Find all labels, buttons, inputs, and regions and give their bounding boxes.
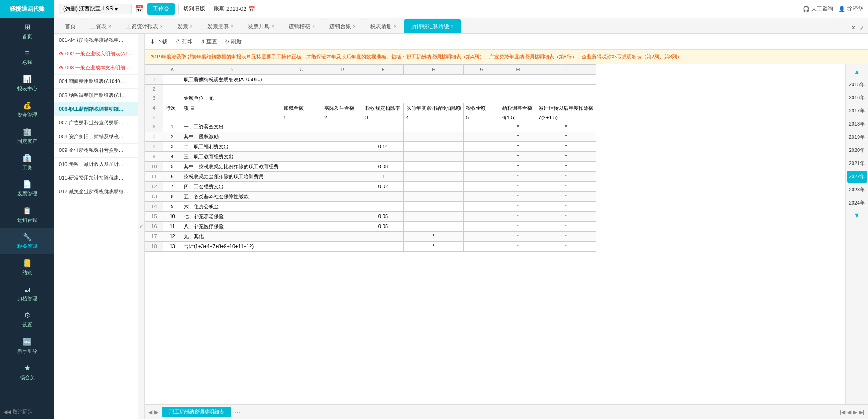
print-btn[interactable]: 🖨 打印 (175, 38, 193, 45)
cell-c3-12[interactable] (363, 231, 404, 241)
left-item-001[interactable]: 001-企业所得税年度纳税申... (54, 34, 138, 47)
sidebar-item-archive[interactable]: 🗂 归档管理 (0, 281, 54, 307)
cell-c6-2[interactable]: * (500, 132, 536, 141)
cell-c6-6[interactable]: * (500, 171, 536, 181)
sidebar-item-salary[interactable]: 👔 工资 (0, 149, 54, 175)
cell-item-13[interactable]: 合计(1+3+4+7+8+9+10+11+12) (181, 241, 281, 251)
cell-c3-10[interactable]: 0.05 (363, 211, 404, 221)
cell-c2-6[interactable] (322, 171, 363, 181)
tab-invoice-calc[interactable]: 发票测算 × (201, 19, 240, 33)
tab-salary[interactable]: 工资表 × (83, 19, 118, 33)
cell-c2-7[interactable] (322, 181, 363, 191)
year-2016[interactable]: 2016年 (847, 92, 867, 104)
cell-item-9[interactable]: 六、住房公积金 (181, 201, 281, 211)
sidebar-item-invoice[interactable]: 📄 发票管理 (0, 175, 54, 202)
cell-c4-4[interactable] (404, 151, 464, 161)
cell-c7-8[interactable]: * (536, 191, 596, 201)
cell-item-10[interactable]: 七、补充养老保险 (181, 211, 281, 221)
cell-c4-5[interactable] (404, 161, 464, 171)
cell-c7-6[interactable]: * (536, 171, 596, 181)
tab-salary-close[interactable]: × (108, 24, 111, 29)
cell-c7-7[interactable]: * (536, 181, 596, 191)
cell-c2-10[interactable] (322, 211, 363, 221)
sidebar-unpin-btn[interactable]: ◀◀ 取消固定 (0, 405, 54, 419)
cell-seq-1[interactable]: 1 (163, 122, 181, 132)
scroll-far-left-icon[interactable]: |◀ (840, 409, 845, 415)
cell-c1-4[interactable] (281, 151, 322, 161)
cell-seq-4[interactable]: 4 (163, 151, 181, 161)
cell-seq-13[interactable]: 13 (163, 241, 181, 251)
left-item-003[interactable]: ⊘ 003-一般企业成本支出明细... (54, 61, 138, 75)
cell-c5-1[interactable] (464, 122, 500, 132)
cell-c1-6[interactable] (281, 171, 322, 181)
tab-purchase-ledger-close[interactable]: × (353, 24, 356, 29)
cell-c6-4[interactable]: * (500, 151, 536, 161)
cell-c7-2[interactable]: * (536, 132, 596, 141)
cell-c2-12[interactable] (322, 231, 363, 241)
sheet-options-btn[interactable]: ⋯ (235, 409, 240, 415)
tab-tax-list-close[interactable]: × (394, 24, 397, 29)
cell-item-11[interactable]: 八、补充医疗保险 (181, 221, 281, 231)
cell-item-3[interactable]: 二、职工福利费支出 (181, 141, 281, 151)
cell-c3-13[interactable] (363, 241, 404, 251)
cell-c7-1[interactable]: * (536, 122, 596, 132)
cell-c7-5[interactable]: * (536, 161, 596, 171)
tab-salary-stats-close[interactable]: × (160, 24, 163, 29)
year-2018[interactable]: 2018年 (847, 118, 867, 130)
cell-c5-2[interactable] (464, 132, 500, 141)
left-panel-collapse-btn[interactable]: « (138, 34, 145, 419)
cell-item-2[interactable]: 其中：股权激励 (181, 132, 281, 141)
cell-c3-11[interactable]: 0.05 (363, 221, 404, 231)
scroll-left-icon[interactable]: ◀ (847, 409, 851, 415)
sidebar-item-assets[interactable]: 🏢 固定资产 (0, 123, 54, 149)
tab-home[interactable]: 首页 (58, 19, 83, 33)
cell-c6-9[interactable]: * (500, 201, 536, 211)
cell-c3-5[interactable]: 0.08 (363, 161, 404, 171)
cell-seq-3[interactable]: 3 (163, 141, 181, 151)
cell-c4-2[interactable] (404, 132, 464, 141)
cell-c6-8[interactable]: * (500, 191, 536, 201)
cell-c3-8[interactable] (363, 191, 404, 201)
tab-invoice-calc-close[interactable]: × (231, 24, 234, 29)
cell-c2-4[interactable] (322, 151, 363, 161)
switch-mode-button[interactable]: 切到旧版 (178, 3, 210, 15)
left-item-009[interactable]: 009-企业所得税弥补亏损明... (54, 144, 138, 157)
year-2015[interactable]: 2015年 (847, 78, 867, 91)
cell-c4-1[interactable] (404, 122, 464, 132)
left-item-005[interactable]: 005-纳税调整项目明细表(A1... (54, 89, 138, 102)
tab-annual-tax[interactable]: 所得税汇算清缴 × (404, 19, 461, 33)
cell-c1-11[interactable] (281, 221, 322, 231)
cell-item-5[interactable]: 其中：按税收规定比例扣除的职工教育经费 (181, 161, 281, 171)
cell-c4-13[interactable]: * (404, 241, 464, 251)
workspace-button[interactable]: 工作台 (147, 3, 175, 15)
scroll-right-icon[interactable]: ▶ (853, 409, 857, 415)
tab-invoice[interactable]: 发票 × (171, 19, 200, 33)
cell-seq-10[interactable]: 10 (163, 211, 181, 221)
cell-2-A[interactable] (163, 84, 181, 93)
cell-seq-11[interactable]: 11 (163, 221, 181, 231)
tab-close-all-icon[interactable]: ✕ (851, 24, 856, 31)
cell-c6-7[interactable]: * (500, 181, 536, 191)
scroll-far-right-icon[interactable]: ▶| (859, 409, 864, 415)
cell-c1-5[interactable] (281, 161, 322, 171)
sidebar-item-sales[interactable]: 📋 进销台账 (0, 202, 54, 228)
cell-c5-3[interactable] (464, 141, 500, 151)
year-scroll-down[interactable]: ▼ (852, 210, 863, 221)
cell-c2-1[interactable] (322, 122, 363, 132)
cell-c4-6[interactable] (404, 171, 464, 181)
cell-c5-7[interactable] (464, 181, 500, 191)
cell-seq-7[interactable]: 7 (163, 181, 181, 191)
cell-c7-4[interactable]: * (536, 151, 596, 161)
cell-c4-7[interactable] (404, 181, 464, 191)
cell-c6-11[interactable]: * (500, 221, 536, 231)
cell-c7-10[interactable]: * (536, 211, 596, 221)
cell-c5-13[interactable] (464, 241, 500, 251)
cell-c3-4[interactable] (363, 151, 404, 161)
company-selector[interactable]: (勿删) 江西股宝-LSS ▾ (59, 4, 132, 14)
cell-c2-8[interactable] (322, 191, 363, 201)
cell-seq-9[interactable]: 9 (163, 201, 181, 211)
cell-c3-2[interactable] (363, 132, 404, 141)
sidebar-item-close[interactable]: 📒 结账 (0, 254, 54, 281)
cell-c1-10[interactable] (281, 211, 322, 221)
cell-c4-9[interactable] (404, 201, 464, 211)
